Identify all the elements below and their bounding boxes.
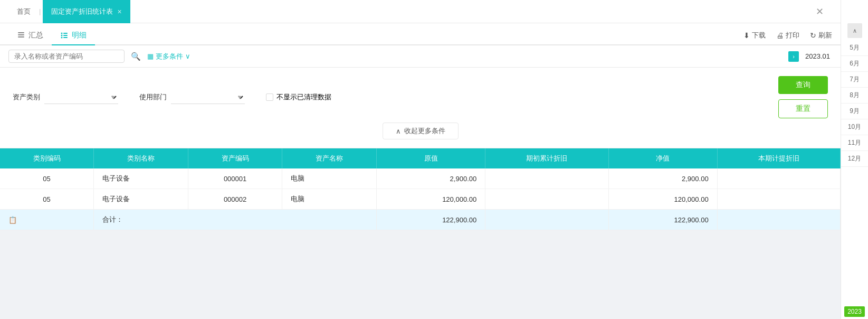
nav-tab-fixed-assets[interactable]: 固定资产折旧统计表 ×	[43, 0, 130, 23]
department-select[interactable]	[171, 90, 245, 104]
filter-bar: 🔍 ▦ 更多条件 ∨ › 2023.01	[0, 45, 841, 68]
col-category-name: 类别名称	[94, 148, 188, 168]
cell-asset-name-1: 电脑	[282, 168, 377, 189]
top-nav: 首页 | 固定资产折旧统计表 × ✕	[0, 0, 841, 23]
search-icon[interactable]: 🔍	[131, 52, 141, 61]
col-asset-code: 资产编码	[188, 148, 282, 168]
layers-icon	[17, 31, 25, 40]
sidebar-month-7[interactable]: 7月	[841, 72, 868, 88]
refresh-icon: ↻	[810, 31, 816, 40]
summary-original-value: 122,900.00	[377, 210, 485, 230]
summary-net-value: 122,900.00	[608, 210, 717, 230]
svg-rect-2	[18, 32, 24, 33]
more-conditions-label: 更多条件	[156, 52, 183, 61]
table-container: 类别编码 类别名称 资产编码 资产名称 原值 期初累计折旧 净值 本期计提折旧 …	[0, 148, 841, 230]
svg-rect-4	[63, 33, 68, 34]
col-original-value: 原值	[377, 148, 485, 168]
reset-button[interactable]: 重置	[778, 99, 828, 118]
asset-category-field: 资产类别 ▼	[13, 90, 118, 104]
search-input[interactable]	[8, 50, 125, 63]
filter-icon: ▦	[147, 52, 154, 60]
svg-rect-6	[63, 35, 68, 36]
hide-cleared-label: 不显示已清理数据	[276, 92, 331, 102]
cell-accum-dep-2	[485, 189, 608, 210]
svg-rect-1	[18, 34, 24, 35]
cell-cat-name-1: 电子设备	[94, 168, 188, 189]
collapse-label: 收起更多条件	[404, 126, 445, 136]
department-field: 使用部门 ▼	[139, 90, 245, 104]
collapse-conditions-button[interactable]: ∧ 收起更多条件	[383, 123, 459, 139]
asset-category-label: 资产类别	[13, 92, 40, 102]
print-label: 打印	[786, 31, 799, 40]
tab-summary[interactable]: 汇总	[8, 31, 52, 45]
summary-curr-dep	[717, 210, 840, 230]
sidebar-month-12[interactable]: 12月	[841, 151, 868, 167]
download-icon: ⬇	[743, 31, 750, 40]
sidebar-month-8[interactable]: 8月	[841, 88, 868, 104]
col-current-depreciation: 本期计提折旧	[717, 148, 840, 168]
svg-point-5	[61, 35, 63, 36]
cell-original-value-2: 120,000.00	[377, 189, 485, 210]
table-header-row: 类别编码 类别名称 资产编码 资产名称 原值 期初累计折旧 净值 本期计提折旧	[0, 148, 841, 168]
svg-rect-0	[18, 36, 24, 37]
download-label: 下载	[752, 31, 766, 40]
cell-asset-code-2: 000002	[188, 189, 282, 210]
cell-net-value-1: 2,900.00	[608, 168, 717, 189]
refresh-label: 刷新	[818, 31, 832, 40]
advanced-filter: 资产类别 ▼ 使用部门 ▼	[0, 68, 841, 148]
col-accumulated-depreciation: 期初累计折旧	[485, 148, 608, 168]
sidebar-month-6[interactable]: 6月	[841, 56, 868, 72]
nav-home[interactable]: 首页	[8, 7, 39, 16]
table-row: 05 电子设备 000002 电脑 120,000.00 120,000.00	[0, 189, 841, 210]
tab-summary-label: 汇总	[28, 31, 43, 40]
col-category-code: 类别编码	[0, 148, 94, 168]
summary-row: 📋 合计： 122,900.00 122,900.00	[0, 210, 841, 230]
summary-icon: 📋	[8, 216, 17, 224]
refresh-button[interactable]: ↻ 刷新	[810, 31, 832, 40]
query-button[interactable]: 查询	[778, 76, 828, 94]
collapse-icon: ∧	[396, 127, 401, 135]
asset-category-select[interactable]	[44, 90, 118, 104]
cell-asset-code-1: 000001	[188, 168, 282, 189]
table-row: 05 电子设备 000001 电脑 2,900.00 2,900.00	[0, 168, 841, 189]
tab-close-button[interactable]: ×	[117, 7, 121, 16]
svg-rect-8	[63, 37, 68, 38]
cell-curr-dep-2	[717, 189, 840, 210]
right-sidebar: ∧ 5月 6月 7月 8月 9月 10月 11月 12月 2023	[841, 0, 868, 319]
download-button[interactable]: ⬇ 下载	[743, 31, 766, 40]
chevron-down-icon: ∨	[185, 52, 190, 60]
window-close-button[interactable]: ✕	[807, 6, 832, 17]
sidebar-month-11[interactable]: 11月	[841, 135, 868, 151]
sidebar-month-9[interactable]: 9月	[841, 104, 868, 119]
summary-icon-cell: 📋	[0, 210, 94, 230]
cell-cat-name-2: 电子设备	[94, 189, 188, 210]
cell-accum-dep-1	[485, 168, 608, 189]
svg-point-7	[61, 37, 63, 39]
more-conditions-button[interactable]: ▦ 更多条件 ∨	[147, 52, 190, 61]
summary-accum-dep	[485, 210, 608, 230]
col-asset-name: 资产名称	[282, 148, 377, 168]
data-table: 类别编码 类别名称 资产编码 资产名称 原值 期初累计折旧 净值 本期计提折旧 …	[0, 148, 841, 230]
tab-detail-label: 明细	[72, 31, 87, 40]
year-badge: 2023	[844, 306, 865, 317]
cell-net-value-2: 120,000.00	[608, 189, 717, 210]
summary-label: 合计：	[94, 210, 377, 230]
hide-cleared-checkbox[interactable]: 不显示已清理数据	[266, 92, 331, 102]
scroll-up-button[interactable]: ∧	[847, 23, 862, 38]
sidebar-month-5[interactable]: 5月	[841, 40, 868, 56]
tab-detail[interactable]: 明细	[52, 31, 95, 45]
cell-cat-code-1: 05	[0, 168, 94, 189]
cell-curr-dep-1	[717, 168, 840, 189]
date-nav-right[interactable]: ›	[788, 51, 799, 62]
filter-actions: 查询 重置	[778, 76, 828, 118]
tab-actions: ⬇ 下载 🖨 打印 ↻ 刷新	[743, 31, 832, 44]
sidebar-month-10[interactable]: 10月	[841, 119, 868, 135]
print-button[interactable]: 🖨 打印	[776, 31, 799, 40]
list-icon	[60, 31, 69, 40]
date-display: 2023.01	[805, 52, 832, 60]
svg-point-3	[61, 33, 63, 34]
department-label: 使用部门	[139, 92, 167, 102]
cell-cat-code-2: 05	[0, 189, 94, 210]
tab-bar: 汇总 明细 ⬇ 下载	[0, 23, 841, 45]
cell-original-value-1: 2,900.00	[377, 168, 485, 189]
